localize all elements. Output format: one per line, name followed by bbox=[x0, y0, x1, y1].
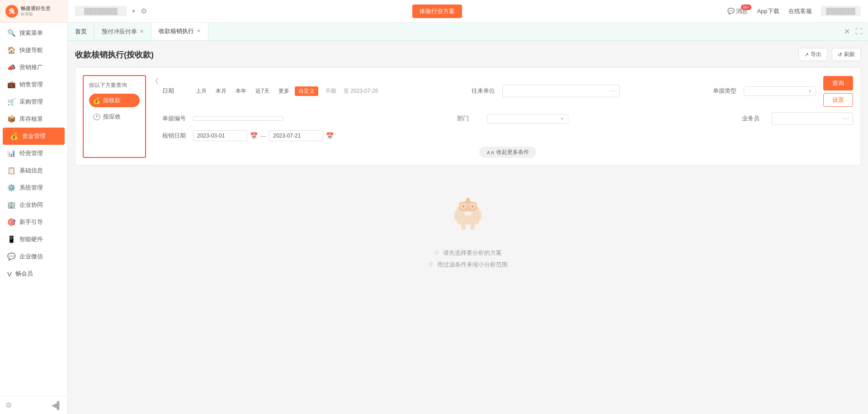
sidebar-item-inventory[interactable]: 📦 库存核算 bbox=[0, 110, 67, 128]
sidebar-item-enterprise[interactable]: 🏢 企业协同 bbox=[0, 196, 67, 214]
guide-icon: 🎯 bbox=[7, 218, 16, 226]
topbar-left: ████████ ▾ ⚙ bbox=[75, 6, 147, 16]
tab-collection-close[interactable]: ✕ bbox=[197, 28, 201, 34]
enterprise-icon: 🏢 bbox=[7, 201, 16, 209]
page-header: 收款核销执行(按收款) ↗ 导出 ↺ 刷新 bbox=[75, 48, 861, 61]
refresh-icon: ↺ bbox=[838, 52, 842, 58]
topbar-user: ███████ bbox=[821, 6, 861, 16]
topbar-gear-icon[interactable]: ⚙ bbox=[141, 7, 147, 15]
topbar-right: 💬 99+ 消息 App下载 在线客服 ███████ bbox=[727, 6, 861, 16]
collapse-filter-button[interactable]: 《 bbox=[151, 77, 159, 86]
marketing-icon: 📣 bbox=[7, 63, 16, 71]
date-btn-last-month[interactable]: 上月 bbox=[192, 86, 210, 96]
settings-bottom-icon[interactable]: ⚙ bbox=[5, 401, 12, 409]
verify-date-range: 📅 — 📅 bbox=[193, 130, 334, 141]
svg-point-4 bbox=[462, 205, 465, 208]
content-area: 收款核销执行(按收款) ↗ 导出 ↺ 刷新 按以下方案查询 💰 按收款 bbox=[68, 41, 868, 414]
filter-option-by-receivable[interactable]: 🕐 按应收 bbox=[89, 110, 140, 124]
sidebar-item-search[interactable]: 🔍 搜索菜单 bbox=[0, 24, 67, 42]
receivable-icon: 🕐 bbox=[93, 113, 100, 120]
doc-type-arrow-icon: ▾ bbox=[809, 89, 811, 94]
empty-tip-1: ① 请先选择要分析的方案 bbox=[428, 247, 508, 259]
export-icon: ↗ bbox=[804, 52, 809, 58]
filter-row-docno: 单据编号 部门 ▾ 业务员 ··· bbox=[162, 112, 853, 125]
sidebar-item-guide[interactable]: 🎯 新手引导 bbox=[0, 214, 67, 231]
sidebar-item-basic[interactable]: 📋 基础信息 bbox=[0, 162, 67, 179]
search-icon: 🔍 bbox=[7, 29, 16, 37]
filter-row-date: 日期 上月 本月 本年 近7天 更多 自定义 不限 至 2023-07-26 往… bbox=[162, 75, 853, 107]
verify-date-start-input[interactable] bbox=[193, 130, 247, 141]
counterpart-input[interactable]: ··· bbox=[502, 85, 620, 97]
tab-prepay-close[interactable]: ✕ bbox=[140, 29, 144, 34]
sidebar-item-operations[interactable]: 📊 经营管理 bbox=[0, 145, 67, 162]
verify-date-end-calendar-icon[interactable]: 📅 bbox=[326, 132, 334, 139]
settings-button[interactable]: 设置 bbox=[823, 93, 853, 107]
topbar-dropdown-icon[interactable]: ▾ bbox=[132, 8, 135, 14]
online-service-link[interactable]: 在线客服 bbox=[788, 7, 812, 15]
basic-icon: 📋 bbox=[7, 167, 16, 175]
tab-close-all-icon[interactable]: ✕ bbox=[842, 26, 852, 37]
home-icon: 🏠 bbox=[7, 46, 16, 54]
sidebar: 兔 畅捷通好生意 标准版 🔍 搜索菜单 🏠 快捷导航 📣 营销推广 💼 销售管理… bbox=[0, 0, 68, 414]
query-button[interactable]: 查询 bbox=[823, 76, 853, 90]
system-icon: ⚙️ bbox=[7, 184, 16, 192]
empty-tips: ① 请先选择要分析的方案 ② 用过滤条件来缩小分析范围 bbox=[428, 247, 508, 271]
logo-icon: 兔 bbox=[5, 5, 18, 18]
filter-sidebar-title: 按以下方案查询 bbox=[89, 81, 140, 89]
verify-date-label: 核销日期 bbox=[162, 132, 186, 140]
verify-date-start-calendar-icon[interactable]: 📅 bbox=[250, 132, 258, 139]
collapse-sidebar-icon[interactable]: ◀▌ bbox=[52, 401, 62, 409]
solution-button[interactable]: 体验行业方案 bbox=[412, 5, 462, 18]
sidebar-item-sales[interactable]: 💼 销售管理 bbox=[0, 76, 67, 93]
sidebar-item-hardware[interactable]: 📱 智能硬件 bbox=[0, 231, 67, 248]
message-badge-wrapper[interactable]: 💬 99+ 消息 bbox=[727, 7, 748, 15]
tab-home[interactable]: 首页 bbox=[68, 23, 94, 40]
svg-rect-9 bbox=[461, 224, 466, 230]
operations-icon: 📊 bbox=[7, 149, 16, 157]
tab-collection[interactable]: 收款核销执行 ✕ bbox=[151, 23, 208, 40]
filter-option-by-receipt[interactable]: 💰 按收款 bbox=[89, 94, 140, 107]
date-btn-more[interactable]: 更多 bbox=[275, 86, 293, 96]
collapse-up-icon: ∧∧ bbox=[486, 149, 495, 156]
sidebar-item-purchase[interactable]: 🛒 采购管理 bbox=[0, 93, 67, 110]
dept-select[interactable]: ▾ bbox=[487, 114, 568, 124]
sidebar-item-shortcut[interactable]: 🏠 快捷导航 bbox=[0, 42, 67, 59]
staff-dots-icon: ··· bbox=[843, 114, 849, 123]
collapse-more-button[interactable]: ∧∧ 收起更多条件 bbox=[479, 147, 536, 158]
page-title: 收款核销执行(按收款) bbox=[75, 49, 154, 60]
svg-rect-10 bbox=[470, 224, 475, 230]
date-btn-custom[interactable]: 自定义 bbox=[295, 86, 318, 96]
staff-label: 业务员 bbox=[742, 114, 764, 123]
filter-row-verify-date: 核销日期 📅 — 📅 bbox=[162, 130, 853, 141]
counterpart-label: 往来单位 bbox=[472, 87, 495, 95]
sales-icon: 💼 bbox=[7, 81, 16, 89]
export-button[interactable]: ↗ 导出 bbox=[798, 48, 827, 61]
sidebar-item-finance[interactable]: 💰 资金管理 bbox=[3, 128, 65, 145]
sidebar-item-weixin[interactable]: 💬 企业微信 bbox=[0, 248, 67, 265]
doc-type-select[interactable]: ▾ bbox=[744, 86, 816, 96]
sidebar-item-system[interactable]: ⚙️ 系统管理 bbox=[0, 179, 67, 196]
topbar-brand: ████████ bbox=[75, 6, 127, 16]
date-btn-this-year[interactable]: 本年 bbox=[232, 86, 250, 96]
refresh-button[interactable]: ↺ 刷新 bbox=[832, 48, 861, 61]
inventory-icon: 📦 bbox=[7, 115, 16, 123]
sidebar-item-member[interactable]: V 畅会员 bbox=[0, 265, 67, 282]
date-label: 日期 bbox=[162, 87, 185, 95]
date-buttons: 上月 本月 本年 近7天 更多 自定义 bbox=[192, 86, 318, 96]
doc-no-input[interactable] bbox=[193, 116, 283, 121]
date-btn-7days[interactable]: 近7天 bbox=[252, 86, 273, 96]
verify-date-end-input[interactable] bbox=[269, 130, 323, 141]
app-download-link[interactable]: App下载 bbox=[757, 7, 779, 15]
tab-prepay[interactable]: 预付冲应付单 ✕ bbox=[94, 23, 151, 40]
main-area: ████████ ▾ ⚙ 体验行业方案 💬 99+ 消息 App下载 在线客服 … bbox=[68, 0, 868, 414]
counterpart-dots-icon: ··· bbox=[609, 87, 615, 95]
sidebar-menu: 🔍 搜索菜单 🏠 快捷导航 📣 营销推广 💼 销售管理 🛒 采购管理 📦 库存核… bbox=[0, 23, 67, 396]
staff-input[interactable]: ··· bbox=[772, 112, 853, 125]
date-btn-this-month[interactable]: 本月 bbox=[212, 86, 230, 96]
empty-illustration bbox=[445, 193, 491, 238]
sidebar-item-marketing[interactable]: 📣 营销推广 bbox=[0, 59, 67, 76]
sidebar-logo: 兔 畅捷通好生意 标准版 bbox=[0, 0, 67, 23]
tab-expand-icon[interactable]: ⛶ bbox=[854, 27, 864, 37]
tip-num-2: ② bbox=[428, 261, 434, 268]
finance-icon: 💰 bbox=[10, 132, 19, 140]
